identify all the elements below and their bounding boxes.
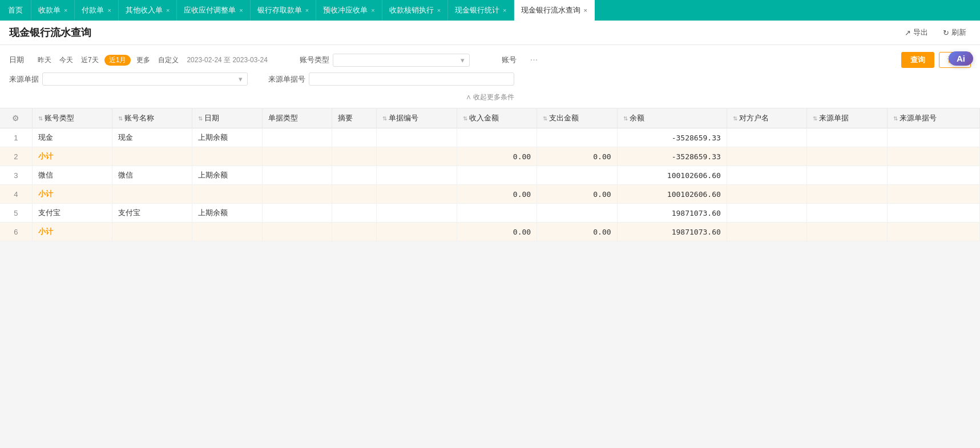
col-account-name[interactable]: ⇅账号名称 [112,108,192,128]
close-tab-1[interactable]: × [107,7,111,14]
nav-tab-5[interactable]: 预收冲应收单 × [316,0,382,21]
query-button[interactable]: 查询 [901,52,934,68]
nav-tab-3[interactable]: 应收应付调整单 × [177,0,250,21]
export-icon: ↗ [905,29,911,37]
date-opt-1month[interactable]: 近1月 [104,55,131,66]
col-summary[interactable]: 摘要 [332,108,377,128]
col-gear[interactable]: ⚙ [0,108,32,128]
date-opt-yesterday[interactable]: 昨天 [35,55,54,66]
nav-tab-1[interactable]: 付款单 × [75,0,118,21]
row-account-type: 小计 [32,147,112,166]
row-doc-type [262,223,332,241]
data-table: ⚙ ⇅账号类型 ⇅账号名称 ⇅日期 单据类型 摘要 ⇅单据编号 ⇅收入金额 ⇅支… [0,108,980,241]
close-tab-7[interactable]: × [503,7,506,14]
col-source-doc-no[interactable]: ⇅来源单据号 [887,108,979,128]
close-tab-8[interactable]: × [584,7,587,14]
nav-home[interactable]: 首页 [0,0,31,21]
close-tab-5[interactable]: × [371,7,374,14]
close-tab-0[interactable]: × [64,7,67,14]
date-opt-today[interactable]: 今天 [57,55,75,66]
row-source-doc-no [887,147,979,166]
col-income[interactable]: ⇅收入金额 [457,108,537,128]
nav-tab-4[interactable]: 银行存取款单 × [251,0,316,21]
row-doc-type [262,185,332,204]
row-source-doc-no [887,166,979,185]
source-doc-filter-block: 来源单据 ▾ [9,72,248,86]
header-actions: ↗ 导出 ↻ 刷新 [900,25,971,40]
row-date [192,185,262,204]
filter-row-1: 日期 昨天 今天 近7天 近1月 更多 自定义 2023-02-24 至 202… [9,52,971,68]
row-summary [332,204,377,223]
row-summary [332,166,377,185]
source-doc-label: 来源单据 [9,74,39,84]
account-more-icon[interactable]: ··· [528,55,540,65]
col-balance[interactable]: ⇅余额 [617,108,727,128]
row-doc-no [377,147,457,166]
source-doc-no-filter-block: 来源单据号 [268,72,514,86]
close-tab-2[interactable]: × [166,7,170,14]
row-income: 0.00 [457,223,537,241]
date-filter-block: 日期 昨天 今天 近7天 近1月 更多 自定义 2023-02-24 至 202… [9,55,268,66]
date-opt-more[interactable]: 更多 [134,55,152,66]
table-row: 3微信微信上期余额100102606.60 [0,166,980,185]
export-button[interactable]: ↗ 导出 [900,25,933,40]
nav-tab-7[interactable]: 现金银行统计 × [448,0,514,21]
col-doc-type[interactable]: 单据类型 [262,108,332,128]
row-balance: -3528659.33 [617,128,727,147]
row-source-doc [807,166,887,185]
ai-badge[interactable]: Ai [949,51,973,66]
refresh-button[interactable]: ↻ 刷新 [938,25,971,40]
row-date: 上期余额 [192,204,262,223]
nav-tab-0[interactable]: 收款单 × [31,0,75,21]
account-type-select[interactable]: ▾ [333,54,470,67]
row-counterpart [727,166,806,185]
row-account-type: 小计 [32,185,112,204]
row-income [457,166,537,185]
date-opt-custom[interactable]: 自定义 [156,55,181,66]
table-row: 5支付宝支付宝上期余额19871073.60 [0,204,980,223]
row-expense [537,166,617,185]
date-opt-7days[interactable]: 近7天 [79,55,101,66]
nav-tab-6[interactable]: 收款核销执行 × [382,0,448,21]
close-tab-6[interactable]: × [437,7,441,14]
gear-icon[interactable]: ⚙ [12,114,19,123]
row-expense: 0.00 [537,185,617,204]
row-source-doc [807,223,887,241]
table-row: 2小计0.000.00-3528659.33 [0,147,980,166]
top-nav: 首页 收款单 × 付款单 × 其他收入单 × 应收应付调整单 × 银行存取款单 … [0,0,980,21]
nav-tab-8[interactable]: 现金银行流水查询 × [514,0,595,21]
source-doc-no-input[interactable] [309,72,514,86]
close-tab-3[interactable]: × [239,7,243,14]
account-type-label: 账号类型 [300,55,329,65]
row-date [192,147,262,166]
col-counterpart[interactable]: ⇅对方户名 [727,108,806,128]
col-source-doc[interactable]: ⇅来源单据 [807,108,887,128]
row-summary [332,128,377,147]
row-doc-type [262,166,332,185]
row-counterpart [727,223,806,241]
row-source-doc [807,185,887,204]
nav-tab-2[interactable]: 其他收入单 × [119,0,177,21]
row-date: 上期余额 [192,166,262,185]
row-source-doc-no [887,128,979,147]
row-num: 5 [0,204,32,223]
row-num: 1 [0,128,32,147]
collapse-bar[interactable]: ∧ 收起更多条件 [9,90,971,103]
col-doc-no[interactable]: ⇅单据编号 [377,108,457,128]
row-income [457,204,537,223]
close-tab-4[interactable]: × [305,7,309,14]
row-num: 3 [0,166,32,185]
row-balance: 100102606.60 [617,185,727,204]
col-account-type[interactable]: ⇅账号类型 [32,108,112,128]
row-account-name [112,185,192,204]
filter-area: 日期 昨天 今天 近7天 近1月 更多 自定义 2023-02-24 至 202… [0,45,980,108]
collapse-icon: ∧ [466,93,471,101]
row-balance: 19871073.60 [617,204,727,223]
col-expense[interactable]: ⇅支出金额 [537,108,617,128]
row-date [192,223,262,241]
source-doc-select[interactable]: ▾ [42,72,248,86]
col-date[interactable]: ⇅日期 [192,108,262,128]
row-summary [332,147,377,166]
row-balance: -3528659.33 [617,147,727,166]
account-type-filter-block: 账号类型 ▾ [300,54,470,67]
